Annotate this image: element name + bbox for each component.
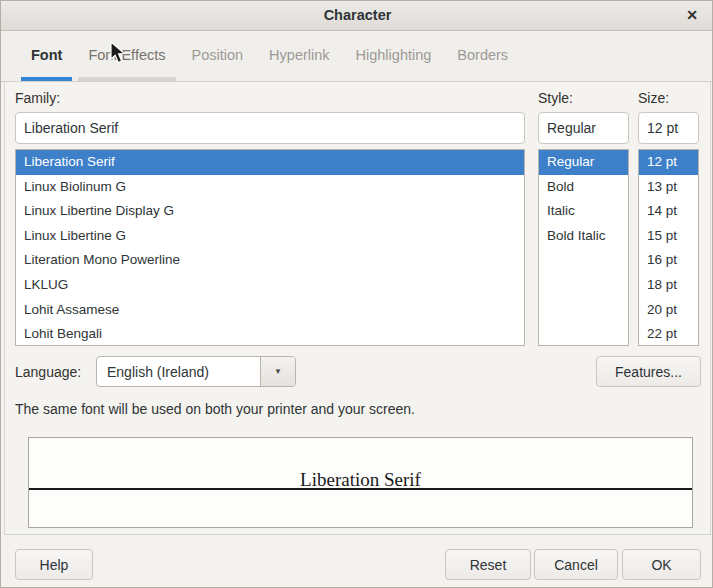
close-icon[interactable]: ✕ bbox=[682, 1, 702, 30]
family-input[interactable] bbox=[15, 112, 525, 144]
size-input[interactable] bbox=[638, 112, 699, 144]
titlebar[interactable]: Character ✕ bbox=[1, 1, 713, 31]
preview-sample-text: Liberation Serif bbox=[29, 469, 692, 491]
font-family-option-literation-mono-powerline[interactable]: Literation Mono Powerline bbox=[16, 248, 524, 273]
tab-font[interactable]: Font bbox=[21, 32, 72, 81]
tab-font-effects[interactable]: Font Effects bbox=[78, 32, 175, 81]
font-family-list: Liberation SerifLinux Biolinum GLinux Li… bbox=[15, 149, 525, 346]
font-style-option-bold-italic[interactable]: Bold Italic bbox=[539, 224, 628, 249]
font-size-option-18-pt[interactable]: 18 pt bbox=[639, 273, 698, 298]
tab-highlighting[interactable]: Highlighting bbox=[346, 32, 442, 81]
font-family-option-lklug[interactable]: LKLUG bbox=[16, 273, 524, 298]
language-dropdown-button[interactable]: ▼ bbox=[260, 357, 295, 386]
font-family-option-linux-biolinum-g[interactable]: Linux Biolinum G bbox=[16, 175, 524, 200]
font-style-list: RegularBoldItalicBold Italic bbox=[538, 149, 629, 346]
font-size-option-13-pt[interactable]: 13 pt bbox=[639, 175, 698, 200]
font-family-option-linux-libertine-display-g[interactable]: Linux Libertine Display G bbox=[16, 199, 524, 224]
font-family-option-lohit-assamese[interactable]: Lohit Assamese bbox=[16, 298, 524, 323]
tab-position[interactable]: Position bbox=[182, 32, 254, 81]
family-label: Family: bbox=[15, 90, 60, 106]
font-size-list: 12 pt13 pt14 pt15 pt16 pt18 pt20 pt22 pt bbox=[638, 149, 699, 346]
language-label: Language: bbox=[15, 364, 81, 380]
help-button[interactable]: Help bbox=[15, 549, 93, 580]
font-family-option-liberation-serif[interactable]: Liberation Serif bbox=[16, 150, 524, 175]
tab-hyperlink[interactable]: Hyperlink bbox=[259, 32, 339, 81]
window-title: Character bbox=[1, 1, 713, 30]
font-size-option-14-pt[interactable]: 14 pt bbox=[639, 199, 698, 224]
font-size-option-15-pt[interactable]: 15 pt bbox=[639, 224, 698, 249]
font-size-option-20-pt[interactable]: 20 pt bbox=[639, 298, 698, 323]
font-style-option-regular[interactable]: Regular bbox=[539, 150, 628, 175]
chevron-down-icon: ▼ bbox=[274, 367, 282, 376]
tab-bar: FontFont EffectsPositionHyperlinkHighlig… bbox=[1, 32, 713, 82]
ok-button[interactable]: OK bbox=[622, 549, 701, 580]
font-family-option-lohit-bengali[interactable]: Lohit Bengali bbox=[16, 322, 524, 346]
font-style-option-bold[interactable]: Bold bbox=[539, 175, 628, 200]
language-input[interactable] bbox=[97, 357, 260, 386]
features-button[interactable]: Features... bbox=[596, 356, 701, 387]
style-input[interactable] bbox=[538, 112, 629, 144]
tab-borders[interactable]: Borders bbox=[447, 32, 518, 81]
style-label: Style: bbox=[538, 90, 573, 106]
font-size-option-16-pt[interactable]: 16 pt bbox=[639, 248, 698, 273]
font-family-option-linux-libertine-g[interactable]: Linux Libertine G bbox=[16, 224, 524, 249]
language-combobox[interactable]: ▼ bbox=[96, 356, 296, 387]
cancel-button[interactable]: Cancel bbox=[534, 549, 618, 580]
font-style-option-italic[interactable]: Italic bbox=[539, 199, 628, 224]
printer-screen-note: The same font will be used on both your … bbox=[15, 401, 415, 417]
font-size-option-12-pt[interactable]: 12 pt bbox=[639, 150, 698, 175]
reset-button[interactable]: Reset bbox=[445, 549, 531, 580]
font-preview-pane: Liberation Serif bbox=[28, 437, 693, 528]
character-dialog: Character ✕ FontFont EffectsPositionHype… bbox=[0, 0, 713, 588]
font-size-option-22-pt[interactable]: 22 pt bbox=[639, 322, 698, 346]
size-label: Size: bbox=[638, 90, 669, 106]
